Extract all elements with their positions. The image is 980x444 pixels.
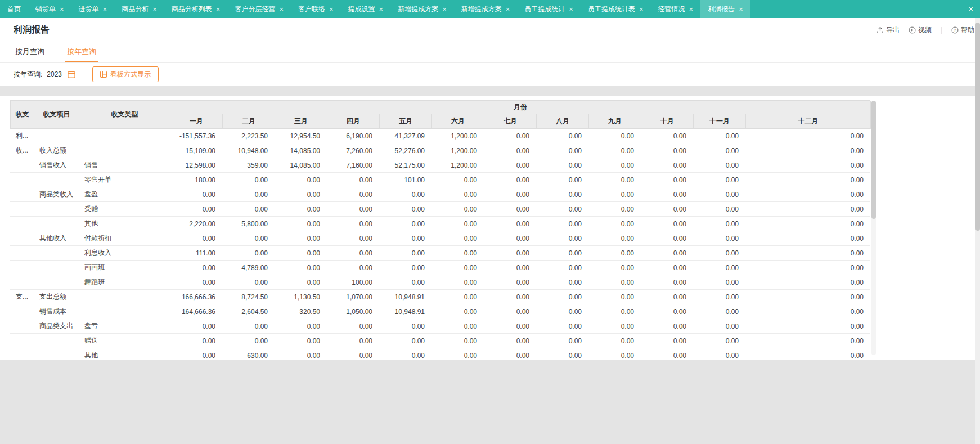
- nav-tab[interactable]: 客户分层经营 ×: [227, 0, 291, 18]
- tab-close-icon[interactable]: ×: [639, 6, 644, 13]
- nav-tab[interactable]: 经营情况 ×: [651, 0, 701, 18]
- value-cell-may: 10,948.91: [379, 293, 431, 301]
- table-row: 利息收入 111.00 0.00 0.00 0.00 0.00 0.00 0.0…: [10, 246, 870, 261]
- calendar-icon[interactable]: [68, 70, 75, 78]
- value-cell-jul: 0.00: [484, 293, 536, 301]
- row-type-cell: 受赠: [79, 204, 170, 214]
- nav-tab[interactable]: 利润报告 ×: [700, 0, 750, 18]
- nav-tab[interactable]: 首页: [0, 0, 28, 18]
- row-type-cell: 利息收入: [79, 248, 170, 258]
- value-cell-mar: 0.00: [275, 337, 327, 345]
- nav-tab[interactable]: 员工提成统计 ×: [517, 0, 581, 18]
- value-cell-aug: 0.00: [536, 176, 588, 184]
- value-cell-sep: 0.00: [588, 293, 641, 301]
- value-cell-apr: 0.00: [327, 235, 379, 243]
- value-cell-may: 0.00: [379, 352, 431, 360]
- value-cell-sep: 0.00: [588, 337, 641, 345]
- value-cell-oct: 0.00: [641, 176, 693, 184]
- nav-tab[interactable]: 客户联络 ×: [291, 0, 341, 18]
- month-column-header: 十一月: [694, 114, 746, 129]
- page-header: 利润报告 导出 视频 | ? 帮助: [0, 18, 980, 42]
- tab-close-icon[interactable]: ×: [60, 6, 64, 13]
- tab-close-icon[interactable]: ×: [152, 6, 157, 13]
- nav-tab[interactable]: 新增提成方案 ×: [454, 0, 518, 18]
- tab-close-icon[interactable]: ×: [442, 6, 447, 13]
- value-cell-oct: 0.00: [641, 191, 693, 199]
- row-type-cell: 舞蹈班: [79, 277, 170, 287]
- board-view-button[interactable]: 看板方式显示: [92, 66, 159, 82]
- close-all-tabs-icon[interactable]: ×: [969, 0, 973, 18]
- value-cell-oct: 0.00: [641, 322, 693, 330]
- value-cell-jan: 0.00: [170, 235, 222, 243]
- video-button[interactable]: 视频: [909, 25, 932, 35]
- value-cell-oct: 0.00: [641, 132, 693, 140]
- tab-close-icon[interactable]: ×: [279, 6, 284, 13]
- value-cell-nov: 0.00: [693, 162, 745, 169]
- nav-tab-label: 商品分析列表: [172, 5, 212, 14]
- value-cell-aug: 0.00: [536, 235, 588, 243]
- value-cell-jan: 180.00: [170, 176, 222, 184]
- nav-tab[interactable]: 进货单 ×: [71, 0, 115, 18]
- value-cell-dec: 0.00: [745, 352, 870, 360]
- help-button[interactable]: ? 帮助: [951, 25, 974, 35]
- value-cell-nov: 0.00: [693, 132, 745, 140]
- tab-close-icon[interactable]: ×: [216, 6, 221, 13]
- table-row: 利... -151,557.36 2,223.50 12,954.50 6,19…: [10, 129, 870, 143]
- value-cell-apr: 0.00: [327, 205, 379, 213]
- value-cell-jan: 12,598.00: [170, 162, 222, 169]
- value-cell-mar: 14,085.00: [275, 162, 327, 169]
- page-scrollbar[interactable]: [975, 18, 980, 444]
- value-cell-mar: 0.00: [275, 235, 327, 243]
- value-cell-feb: 359.00: [222, 162, 275, 169]
- nav-tab[interactable]: 提成设置 ×: [341, 0, 391, 18]
- value-cell-jul: 0.00: [484, 352, 536, 360]
- nav-tab[interactable]: 商品分析列表 ×: [164, 0, 228, 18]
- table-row: 销售成本 164,666.36 2,604.50 320.50 1,050.00…: [10, 304, 870, 319]
- value-cell-may: 0.00: [379, 279, 431, 286]
- month-column-header: 二月: [223, 114, 275, 129]
- value-cell-apr: 0.00: [327, 264, 379, 272]
- view-tab[interactable]: 按年查询: [65, 42, 98, 62]
- table-scrollbar-thumb[interactable]: [871, 101, 876, 219]
- month-column-header: 一月: [170, 114, 223, 129]
- value-cell-jun: 1,200.00: [431, 147, 484, 155]
- value-cell-jun: 0.00: [431, 191, 484, 199]
- table-row: 画画班 0.00 4,789.00 0.00 0.00 0.00 0.00 0.…: [10, 261, 870, 275]
- nav-tab[interactable]: 员工提成统计表 ×: [581, 0, 651, 18]
- export-button[interactable]: 导出: [876, 25, 900, 35]
- table-scrollbar[interactable]: [871, 101, 876, 355]
- value-cell-jun: 0.00: [431, 264, 484, 272]
- tab-close-icon[interactable]: ×: [103, 6, 107, 13]
- value-cell-may: 52,276.00: [379, 147, 431, 155]
- view-tab[interactable]: 按月查询: [14, 42, 46, 62]
- value-cell-feb: 0.00: [222, 205, 275, 213]
- nav-tab-label: 新增提成方案: [461, 5, 502, 14]
- value-cell-jul: 0.00: [484, 191, 536, 199]
- tab-close-icon[interactable]: ×: [506, 6, 510, 13]
- value-cell-feb: 2,604.50: [222, 308, 275, 316]
- value-cell-jan: 0.00: [170, 205, 222, 213]
- value-cell-sep: 0.00: [588, 264, 641, 272]
- tab-close-icon[interactable]: ×: [569, 6, 573, 13]
- nav-tab-label: 经营情况: [658, 5, 685, 14]
- value-cell-jul: 0.00: [484, 147, 536, 155]
- value-cell-mar: 0.00: [275, 322, 327, 330]
- tab-close-icon[interactable]: ×: [689, 6, 694, 13]
- value-cell-sep: 0.00: [588, 147, 641, 155]
- tab-close-icon[interactable]: ×: [739, 6, 743, 13]
- nav-tab-label: 新增提成方案: [398, 5, 438, 14]
- content-area: 收支 收支项目 收支类型 月份 一月 二月 三月 四月 五月 六月 七月 八月 …: [0, 86, 980, 360]
- value-cell-may: 41,327.09: [379, 132, 431, 140]
- tab-close-icon[interactable]: ×: [379, 6, 384, 13]
- nav-tab[interactable]: 新增提成方案 ×: [390, 0, 454, 18]
- month-column-header: 十月: [641, 114, 694, 129]
- tab-close-icon[interactable]: ×: [329, 6, 334, 13]
- value-cell-jan: 0.00: [170, 352, 222, 360]
- nav-tab[interactable]: 商品分析 ×: [114, 0, 164, 18]
- month-column-header: 三月: [275, 114, 327, 129]
- value-cell-aug: 0.00: [536, 147, 588, 155]
- year-value[interactable]: 2023: [47, 70, 62, 78]
- nav-tab[interactable]: 销货单 ×: [28, 0, 71, 18]
- value-cell-feb: 2,223.50: [222, 132, 275, 140]
- page-scrollbar-thumb[interactable]: [975, 23, 980, 231]
